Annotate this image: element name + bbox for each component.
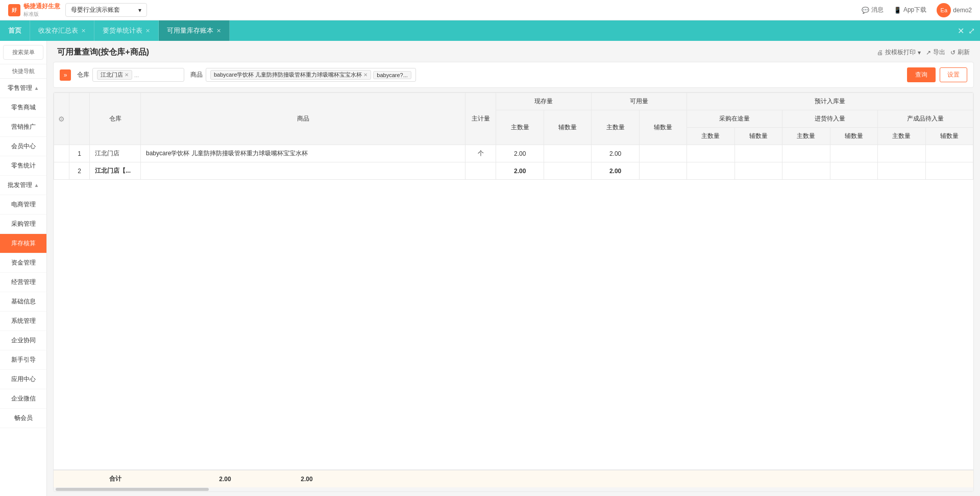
sidebar-item-enterprise-collab[interactable]: 企业协同 [0, 331, 46, 350]
td-available-main: 2.00 [592, 145, 639, 162]
main-layout: 搜索菜单 快捷导航 零售管理 ▲ 零售商城 营销推广 会员中心 零售统计 批发管… [0, 41, 980, 496]
th-fin-main: 主数量 [878, 128, 925, 145]
sidebar-item-enterprise-wechat[interactable]: 企业微信 [0, 389, 46, 409]
gear-icon[interactable]: ⚙ [58, 115, 65, 123]
download-icon: 📱 [894, 7, 901, 14]
td-stock-aux [544, 162, 591, 180]
sidebar-item-inventory[interactable]: 库存核算 [0, 234, 46, 253]
print-button[interactable]: 🖨 按模板打印 ▾ [877, 48, 921, 57]
sidebar-item-retail-stats[interactable]: 零售统计 [0, 156, 46, 176]
tab-summary-close[interactable]: ✕ [81, 28, 86, 34]
th-stock-main: 主数量 [496, 110, 544, 145]
th-pt-aux: 辅数量 [734, 128, 782, 145]
warehouse-tag-remove[interactable]: ✕ [125, 72, 129, 78]
td-gear [54, 162, 69, 180]
th-incoming: 进货待入量 [782, 110, 878, 128]
th-unit: 主计量 [465, 93, 496, 145]
chevron-icon: ▲ [34, 182, 39, 188]
product-tag-2: babycare?... [373, 71, 411, 79]
chevron-down-icon: ▾ [918, 49, 921, 56]
th-expected: 预计入库量 [687, 93, 973, 110]
product-filter-input[interactable]: babycare学饮杯 儿童防摔防撞吸管杯重力球吸嘴杯宝宝水杯 ✕ babyca… [206, 68, 416, 82]
industry-selector[interactable]: 母婴行业演示账套 ▾ [65, 3, 147, 17]
filter-expand-button[interactable]: » [60, 69, 71, 81]
tab-summary[interactable]: 收发存汇总表 ✕ [30, 20, 94, 41]
app-download-button[interactable]: 📱 App下载 [894, 6, 926, 14]
print-icon: 🖨 [877, 49, 883, 56]
query-button[interactable]: 查询 [907, 67, 936, 82]
logo-icon: 好 [8, 4, 20, 16]
table-row: 2 江北门店【... 2.00 2.00 [54, 162, 973, 180]
product-tag-1-remove[interactable]: ✕ [363, 72, 368, 78]
sidebar-item-system[interactable]: 系统管理 [0, 312, 46, 331]
user-menu[interactable]: Ea demo2 [937, 3, 972, 17]
footer-unit [174, 476, 205, 483]
th-warehouse: 仓库 [90, 93, 141, 145]
settings-button[interactable]: 设置 [940, 67, 967, 82]
td-inc-main [782, 162, 830, 180]
td-stock-aux [544, 145, 591, 162]
td-gear [54, 145, 69, 162]
td-fin-main [878, 145, 925, 162]
sidebar: 搜索菜单 快捷导航 零售管理 ▲ 零售商城 营销推广 会员中心 零售统计 批发管… [0, 41, 47, 496]
tab-available-stock-close[interactable]: ✕ [216, 28, 221, 34]
sidebar-item-new-guide[interactable]: 新手引导 [0, 350, 46, 370]
footer-stock-aux [246, 476, 286, 483]
td-unit: 个 [465, 145, 496, 162]
message-button[interactable]: 💬 消息 [862, 6, 884, 14]
footer-pt-aux [409, 476, 450, 483]
th-available-main: 主数量 [592, 110, 639, 145]
th-fin-aux: 辅数量 [925, 128, 973, 145]
sidebar-item-finance[interactable]: 资金管理 [0, 253, 46, 273]
td-warehouse: 江北门店【... [90, 162, 141, 180]
sidebar-item-purchase[interactable]: 采购管理 [0, 215, 46, 234]
horizontal-scrollbar[interactable] [56, 488, 209, 491]
sidebar-item-wholesale-management[interactable]: 批发管理 ▲ [0, 176, 46, 195]
sidebar-search-section: 搜索菜单 [0, 41, 46, 64]
export-button[interactable]: ↗ 导出 [926, 48, 945, 57]
chevron-icon: ▲ [34, 85, 39, 91]
footer-fin-main [531, 476, 572, 483]
data-table: ⚙ 仓库 商品 主计量 现存量 可用量 预计入库量 主数量 辅数 [54, 92, 973, 180]
sidebar-item-marketing[interactable]: 营销推广 [0, 117, 46, 137]
td-pt-aux [734, 162, 782, 180]
sidebar-item-basic-info[interactable]: 基础信息 [0, 292, 46, 312]
refresh-button[interactable]: ↺ 刷新 [950, 48, 970, 57]
logo: 好 畅捷通好生意 标准版 [8, 2, 60, 18]
footer-label: 合计 [57, 475, 174, 483]
close-window-button[interactable]: ✕ [958, 26, 964, 36]
page-title: 可用量查询(按仓库+商品) [57, 47, 149, 58]
sidebar-item-retail-management[interactable]: 零售管理 ▲ [0, 79, 46, 98]
th-gear: ⚙ [54, 93, 69, 145]
td-unit [465, 162, 496, 180]
top-bar-left: 好 畅捷通好生意 标准版 母婴行业演示账套 ▾ [8, 2, 147, 18]
warehouse-filter-input[interactable]: 江北门店 ✕ ... [92, 68, 184, 82]
sidebar-item-app-center[interactable]: 应用中心 [0, 370, 46, 389]
tab-order-stats[interactable]: 要货单统计表 ✕ [94, 20, 159, 41]
footer-fin-aux [572, 476, 613, 483]
th-finished: 产成品待入量 [878, 110, 973, 128]
td-stock-main: 2.00 [496, 145, 544, 162]
page-header: 可用量查询(按仓库+商品) 🖨 按模板打印 ▾ ↗ 导出 ↺ 刷新 [47, 41, 980, 62]
td-available-main: 2.00 [592, 162, 639, 180]
sidebar-item-ecommerce[interactable]: 电商管理 [0, 195, 46, 215]
footer-available-aux [327, 476, 368, 483]
sidebar-item-member[interactable]: 畅会员 [0, 409, 46, 428]
sidebar-item-operations[interactable]: 经营管理 [0, 273, 46, 292]
maximize-window-button[interactable]: ⤢ [968, 26, 975, 36]
th-stock: 现存量 [496, 93, 592, 110]
tab-available-stock[interactable]: 可用量库存账本 ✕ [159, 20, 230, 41]
tab-order-stats-close[interactable]: ✕ [145, 28, 150, 34]
table-scroll[interactable]: ⚙ 仓库 商品 主计量 现存量 可用量 预计入库量 主数量 辅数 [54, 92, 973, 469]
export-icon: ↗ [926, 49, 931, 56]
sidebar-item-retail-mall[interactable]: 零售商城 [0, 98, 46, 117]
nav-tabs-right: ✕ ⤢ [958, 26, 980, 36]
th-available: 可用量 [592, 93, 687, 110]
sidebar-quick-nav[interactable]: 快捷导航 [0, 64, 46, 79]
tab-home[interactable]: 首页 [0, 20, 30, 41]
td-fin-aux [925, 162, 973, 180]
footer-pt-main [368, 476, 409, 483]
sidebar-item-member-center[interactable]: 会员中心 [0, 137, 46, 156]
footer-stock-main: 2.00 [205, 476, 246, 483]
search-menu-button[interactable]: 搜索菜单 [3, 45, 43, 60]
